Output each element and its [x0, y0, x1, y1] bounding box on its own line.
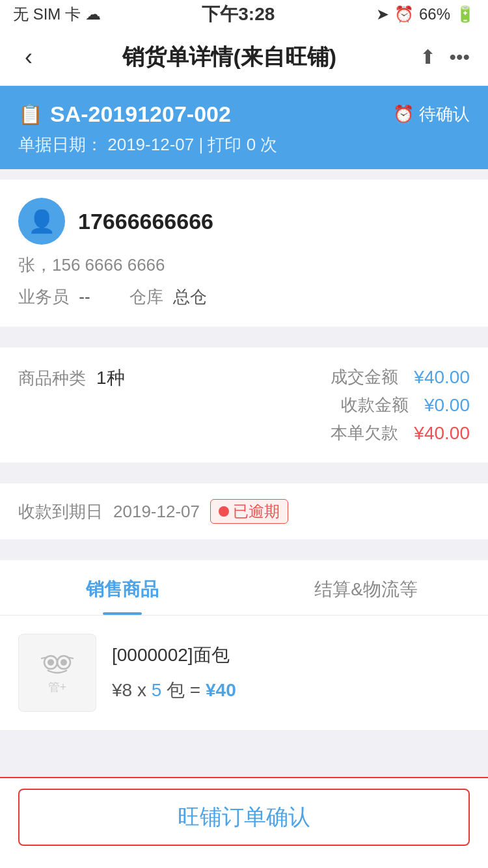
divider-2 — [0, 337, 488, 347]
avatar: 👤 — [18, 198, 65, 245]
due-date: 2019-12-07 — [113, 502, 200, 522]
divider-1 — [0, 169, 488, 180]
battery-icon: 🔋 — [455, 5, 475, 23]
due-date-section: 收款到期日 2019-12-07 已逾期 — [0, 483, 488, 539]
customer-header-row: 👤 17666666666 — [18, 198, 470, 245]
alarm-icon: ⏰ — [394, 5, 414, 23]
equals-sign: = — [190, 680, 206, 700]
balance-label: 本单欠款 — [331, 422, 398, 444]
confirm-order-button[interactable]: 旺铺订单确认 — [18, 789, 470, 846]
more-icon[interactable]: ••• — [449, 46, 470, 68]
total-price: ¥40 — [206, 680, 236, 700]
status-right: ➤ ⏰ 66% 🔋 — [376, 5, 475, 23]
category-stats: 商品种类 1种 — [18, 366, 125, 390]
svg-point-3 — [61, 659, 67, 666]
page-title: 销货单详情(来自旺铺) — [122, 42, 336, 72]
product-thumbnail: 管+ — [18, 634, 96, 712]
stats-section: 商品种类 1种 成交金额 ¥40.00 收款金额 ¥0.00 本单欠款 ¥40.… — [0, 347, 488, 463]
warehouse-label: 仓库 — [129, 287, 163, 306]
overdue-badge: 已逾期 — [210, 499, 288, 524]
order-id-row: 📋 SA-20191207-002 ⏰ 待确认 — [18, 102, 470, 127]
balance-value: ¥40.00 — [414, 423, 470, 444]
product-logo: 管+ — [38, 651, 77, 695]
product-item: 管+ [0000002]面包 ¥8 x 5 包 = ¥40 — [0, 616, 488, 730]
tabs-section: 销售商品 结算&物流等 管+ [0000 — [0, 560, 488, 730]
order-number: SA-20191207-002 — [50, 102, 231, 127]
order-id: 📋 SA-20191207-002 — [18, 102, 231, 127]
due-label: 收款到期日 — [18, 500, 103, 523]
category-label: 商品种类 — [18, 367, 86, 390]
status-left: 无 SIM 卡 ☁ — [13, 4, 101, 25]
divider-3 — [0, 473, 488, 483]
battery-text: 66% — [419, 5, 450, 23]
tab-products[interactable]: 销售商品 — [0, 560, 244, 615]
order-status: ⏰ 待确认 — [393, 103, 470, 126]
balance-amount-row: 本单欠款 ¥40.00 — [331, 422, 470, 444]
receipt-label: 收款金额 — [341, 394, 409, 416]
receipt-value: ¥0.00 — [424, 395, 470, 416]
tabs-row: 销售商品 结算&物流等 — [0, 560, 488, 616]
amount-stats: 成交金额 ¥40.00 收款金额 ¥0.00 本单欠款 ¥40.00 — [331, 366, 470, 444]
deal-value: ¥40.00 — [414, 367, 470, 388]
order-icon: 📋 — [18, 103, 42, 126]
customer-info: 张，156 6666 6666 — [18, 254, 470, 277]
receipt-amount-row: 收款金额 ¥0.00 — [341, 394, 470, 416]
nav-bar: ‹ 销货单详情(来自旺铺) ⬆ ••• — [0, 29, 488, 86]
warehouse-field: 仓库 总仓 — [129, 286, 207, 308]
nav-right-actions: ⬆ ••• — [420, 46, 470, 68]
customer-phone: 17666666666 — [78, 209, 213, 234]
sim-signal: 无 SIM 卡 ☁ — [13, 4, 101, 25]
svg-point-2 — [47, 659, 54, 666]
deal-label: 成交金额 — [331, 366, 398, 388]
order-date: 单据日期： 2019-12-07 | 打印 0 次 — [18, 133, 470, 156]
overdue-text: 已逾期 — [233, 501, 280, 522]
customer-meta: 业务员 -- 仓库 总仓 — [18, 286, 470, 308]
overdue-dot-icon — [219, 506, 229, 517]
tab-settlement[interactable]: 结算&物流等 — [244, 560, 488, 615]
unit: 包 — [167, 680, 185, 700]
customer-section: 👤 17666666666 张，156 6666 6666 业务员 -- 仓库 … — [0, 180, 488, 327]
deal-amount-row: 成交金额 ¥40.00 — [331, 366, 470, 388]
warehouse-value: 总仓 — [173, 287, 207, 306]
multiply-sign: x — [137, 680, 152, 700]
sales-field: 业务员 -- — [18, 286, 90, 308]
back-button[interactable]: ‹ — [18, 37, 39, 77]
share-icon[interactable]: ⬆ — [420, 46, 436, 68]
clock-icon: ⏰ — [393, 104, 414, 124]
brand-logo-svg — [38, 651, 77, 677]
status-time: 下午3:28 — [202, 2, 275, 27]
status-bar: 无 SIM 卡 ☁ 下午3:28 ➤ ⏰ 66% 🔋 — [0, 0, 488, 29]
product-name: [0000002]面包 — [112, 643, 470, 668]
bottom-bar: 旺铺订单确认 — [0, 777, 488, 868]
price-per-unit: ¥8 — [112, 680, 132, 700]
quantity: 5 — [152, 680, 162, 700]
sales-value: -- — [79, 287, 90, 306]
status-text: 待确认 — [419, 103, 470, 126]
product-price: ¥8 x 5 包 = ¥40 — [112, 678, 470, 703]
product-info: [0000002]面包 ¥8 x 5 包 = ¥40 — [112, 643, 470, 703]
location-icon: ➤ — [376, 5, 389, 23]
category-value: 1种 — [96, 366, 125, 390]
order-banner: 📋 SA-20191207-002 ⏰ 待确认 单据日期： 2019-12-07… — [0, 86, 488, 169]
divider-4 — [0, 550, 488, 560]
sales-label: 业务员 — [18, 287, 69, 306]
